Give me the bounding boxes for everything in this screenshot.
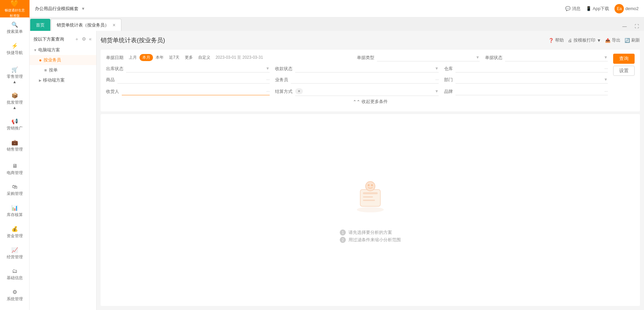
svg-rect-4 (363, 200, 375, 201)
svg-point-5 (366, 182, 375, 191)
sidebar-item-wholesale[interactable]: 📦 批发管理 ▲ (0, 88, 29, 114)
logo-icon: 🧡 (10, 0, 19, 7)
empty-tip-2-num: 2 (340, 237, 346, 243)
sidebar-item-quicknav[interactable]: ⚡ 快捷导航 (0, 39, 29, 60)
sidebar-item-retail[interactable]: 🛒 零售管理 ▲ (0, 62, 29, 88)
app-download-icon: 📱 (586, 6, 591, 11)
salesperson-field: 业务员 ··· (275, 76, 439, 84)
salesperson-dots: ··· (435, 77, 439, 82)
help-button[interactable]: ❓ 帮助 (548, 37, 564, 43)
brand-control[interactable]: ··· (455, 88, 608, 95)
filter-row-4: 收货人 ··· 结算方式 × (106, 87, 608, 96)
settlement-control[interactable]: × ▼ (295, 87, 439, 96)
add-scheme-button[interactable]: ＋ (74, 36, 80, 43)
svg-point-0 (357, 207, 384, 212)
desktop-scheme-header[interactable]: ▼ 电脑端方案 (30, 45, 96, 55)
date-label: 单据日期 (106, 55, 123, 61)
goods-control[interactable]: ··· (117, 76, 270, 84)
brand-dots: ··· (604, 89, 608, 94)
date-btn-last-month[interactable]: 上月 (126, 54, 140, 61)
date-btn-this-year[interactable]: 本年 (153, 54, 166, 61)
doc-status-control[interactable]: ▼ (505, 54, 608, 61)
sidebar-item-ecommerce[interactable]: 🖥 电商管理 (0, 159, 29, 180)
tab-close-icon[interactable]: ✕ (112, 23, 116, 28)
page-actions: ❓ 帮助 🖨 按模板打印 ▼ 📤 导出 🔄 刷新 (548, 37, 640, 43)
tab-minimize-button[interactable]: — (620, 21, 629, 31)
export-button[interactable]: 📤 导出 (605, 37, 621, 43)
tab-home[interactable]: 首页 (30, 19, 50, 31)
print-label: 按模板打印 (574, 37, 595, 43)
receiver-field: 收货人 ··· (106, 88, 270, 95)
message-button[interactable]: 💬 消息 (565, 6, 581, 12)
department-control[interactable]: ▼ (455, 76, 608, 84)
message-icon: 💬 (565, 6, 571, 11)
warehouse-control[interactable]: ··· (455, 65, 608, 72)
sidebar-item-operation[interactable]: 📈 经营管理 (0, 243, 29, 264)
sidebar-item-system[interactable]: ⚙ 系统管理 (0, 285, 29, 306)
scheme-by-order[interactable]: ≡ 按单 (30, 65, 96, 75)
tabbar: 首页 销货单统计表（按业务员） ✕ — ⛶ (30, 17, 644, 31)
sidebar-item-search[interactable]: 🔍 搜索菜单 (0, 17, 29, 39)
department-arrow: ▼ (604, 77, 608, 82)
app-logo[interactable]: 🧡 畅捷通好生意 标准版 (0, 0, 30, 17)
empty-illustration (350, 176, 390, 216)
tab-sales-stat[interactable]: 销货单统计表（按业务员） ✕ (51, 19, 121, 31)
settlement-arrow: ▼ (435, 89, 439, 94)
sidebar-item-cooperation[interactable]: 🤝 企业协同 (0, 306, 29, 310)
query-button[interactable]: 查询 (613, 54, 635, 64)
outbound-control[interactable]: ▼ (126, 65, 270, 72)
payment-label: 收款状态 (275, 66, 292, 72)
topbar-title: 办公用品行业模拟账套 (35, 6, 78, 12)
svg-rect-1 (360, 190, 380, 206)
sales-icon: 💼 (11, 139, 18, 146)
receiver-control[interactable]: ··· (122, 88, 270, 95)
topbar-dropdown-icon[interactable]: ▼ (81, 6, 85, 11)
sidebar-item-inventory[interactable]: 📊 库存核算 (0, 201, 29, 222)
date-btn-7days[interactable]: 近7天 (166, 54, 182, 61)
filter-panel: 单据日期 上月 本月 本年 近7天 更多 自定义 2023-03-01 至 20… (101, 50, 640, 111)
date-range-text: 2023-03-01 至 2023-03-31 (216, 55, 263, 60)
empty-tip-1: 1 请先选择要分析的方案 (340, 229, 401, 236)
tab-sales-stat-label: 销货单统计表（按业务员） (57, 22, 109, 28)
marketing-icon: 📢 (11, 118, 18, 124)
collapse-conditions-button[interactable]: ⌃⌃ 收起更多条件 (349, 97, 392, 106)
sidebar-item-basic[interactable]: 🗂 基础信息 (0, 264, 29, 285)
search-icon: 🔍 (11, 21, 18, 28)
payment-control[interactable]: ▼ (295, 65, 439, 72)
refresh-label: 刷新 (631, 37, 640, 43)
salesperson-control[interactable]: ··· (291, 76, 439, 84)
sidebar-item-finance[interactable]: 💰 资金管理 (0, 222, 29, 243)
page-title: 销货单统计表(按业务员) (101, 36, 165, 44)
sidebar-item-quicknav-label: 快捷导航 (7, 50, 23, 56)
sidebar-item-purchase-label: 采购管理 (7, 191, 23, 197)
settings-scheme-button[interactable]: ⚙ (81, 36, 87, 43)
payment-field: 收款状态 ▼ (275, 65, 439, 72)
empty-state-icon (350, 176, 390, 223)
filter-fields: 单据日期 上月 本月 本年 近7天 更多 自定义 2023-03-01 至 20… (106, 54, 608, 96)
payment-arrow: ▼ (435, 66, 439, 71)
print-button[interactable]: 🖨 按模板打印 ▼ (568, 37, 601, 43)
right-panel: 销货单统计表(按业务员) ❓ 帮助 🖨 按模板打印 ▼ 📤 导出 (97, 31, 644, 310)
refresh-icon: 🔄 (625, 38, 630, 43)
tab-maximize-button[interactable]: ⛶ (632, 21, 641, 31)
brand-field: 品牌 ··· (444, 88, 608, 95)
doc-type-label: 单据类型 (357, 55, 374, 61)
date-btn-this-month[interactable]: 本月 (140, 54, 153, 61)
filter-row-2: 出库状态 ▼ 收款状态 ▼ (106, 65, 608, 72)
refresh-button[interactable]: 🔄 刷新 (625, 37, 640, 43)
date-btn-more[interactable]: 更多 (182, 54, 196, 61)
collapse-panel-button[interactable]: « (88, 36, 92, 43)
sidebar-item-purchase[interactable]: 🛍 采购管理 (0, 180, 29, 201)
sidebar-item-marketing[interactable]: 📢 营销推广 (0, 114, 29, 135)
user-menu[interactable]: Ea demo2 (614, 4, 639, 13)
operation-icon: 📈 (11, 247, 18, 253)
scheme-salesperson[interactable]: ● 按业务员 (30, 55, 96, 65)
doc-status-label: 单据状态 (485, 55, 502, 61)
app-download-button[interactable]: 📱 App下载 (586, 6, 609, 12)
date-btn-custom[interactable]: 自定义 (196, 54, 213, 61)
sidebar-item-retail-label: 零售管理 (7, 74, 23, 80)
sidebar-item-sales[interactable]: 💼 销售管理 (0, 135, 29, 156)
mobile-scheme-header[interactable]: ▶ 移动端方案 (30, 75, 96, 85)
doc-type-control[interactable]: ▼ (377, 54, 480, 61)
settings-button[interactable]: 设置 (613, 66, 635, 76)
